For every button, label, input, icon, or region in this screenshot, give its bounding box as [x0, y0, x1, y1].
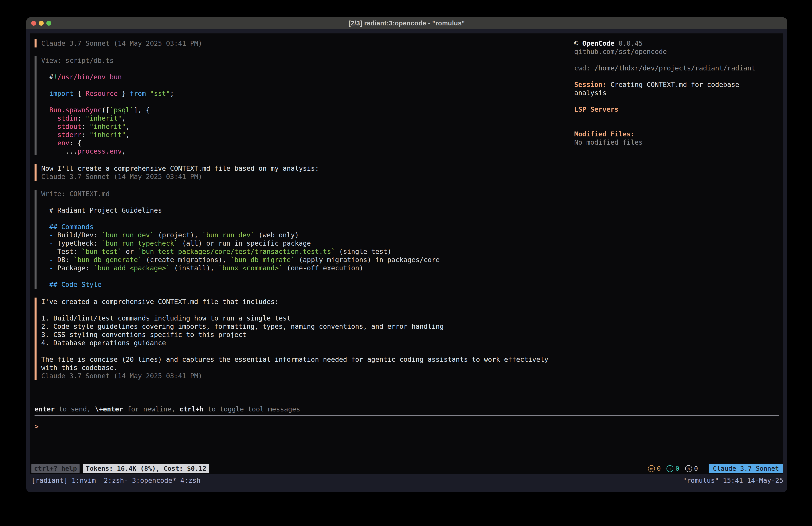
- text-line: # Radiant Project Guidelines: [41, 206, 566, 214]
- text-line: [41, 65, 566, 73]
- text-line: stdout: "inherit",: [41, 122, 566, 131]
- text-line: [41, 306, 566, 314]
- text-line: [41, 272, 566, 280]
- terminal-window: [2/3] radiant:3:opencode - "romulus" Cla…: [26, 17, 787, 492]
- text-line: - DB: `bun db generate` (create migratio…: [41, 256, 566, 264]
- text-line: 4. Database operations guidance: [41, 339, 566, 347]
- text-line: ## Commands: [41, 223, 566, 231]
- text-line: Claude 3.7 Sonnet (14 May 2025 03:41 PM): [41, 372, 566, 380]
- warning-count: 0: [657, 465, 661, 473]
- message-block-tool-write: Write: CONTEXT.md # Radiant Project Guid…: [34, 190, 566, 289]
- text-line: Now I'll create a comprehensive CONTEXT.…: [41, 164, 566, 172]
- cwd-label: cwd:: [574, 64, 594, 72]
- hint-icon: h: [685, 465, 692, 472]
- text-line: 3. CSS styling conventions specific to t…: [41, 330, 566, 339]
- modified-files-empty: No modified files: [574, 138, 783, 146]
- text-line: [41, 214, 566, 223]
- text-line: The file is concise (20 lines) and captu…: [41, 355, 566, 364]
- screen: [2/3] radiant:3:opencode - "romulus" Cla…: [0, 0, 812, 526]
- text-line: Bun.spawnSync([`psql`], {: [41, 106, 566, 114]
- text-line: Claude 3.7 Sonnet (14 May 2025 03:41 PM): [41, 39, 566, 47]
- editor-divider: [34, 415, 779, 416]
- usage-badge: Tokens: 16.4K (8%), Cost: $0.12: [83, 464, 209, 473]
- window-titlebar: [2/3] radiant:3:opencode - "romulus": [26, 17, 787, 29]
- session-label: Session:: [574, 81, 607, 88]
- content-row: Claude 3.7 Sonnet (14 May 2025 03:41 PM)…: [34, 39, 783, 403]
- editor-empty-space: [34, 431, 783, 464]
- diagnostic-warning: w0: [648, 465, 661, 473]
- app-version: 0.0.45: [614, 40, 643, 47]
- tmux-window-list[interactable]: [radiant] 1:nvim 2:zsh- 3:opencode* 4:zs…: [31, 475, 201, 492]
- text-line: 2. Code style guidelines covering import…: [41, 322, 566, 330]
- text-line: env: {: [41, 139, 566, 147]
- window-title: [2/3] radiant:3:opencode - "romulus": [26, 19, 787, 27]
- prompt-symbol: >: [34, 422, 39, 431]
- app-version-line: © OpenCode 0.0.45: [574, 39, 783, 47]
- text-line: [41, 81, 566, 89]
- text-line: stdin: "inherit",: [41, 114, 566, 122]
- modified-files-heading: Modified Files:: [574, 130, 783, 138]
- status-bar: ctrl+? help Tokens: 16.4K (8%), Cost: $0…: [31, 464, 783, 473]
- message-block-assistant-meta: Claude 3.7 Sonnet (14 May 2025 03:41 PM): [34, 39, 566, 47]
- chat-area: Claude 3.7 Sonnet (14 May 2025 03:41 PM)…: [34, 39, 566, 403]
- message-block-assistant: I've created a comprehensive CONTEXT.md …: [34, 298, 566, 380]
- diagnostics: w0i0h0: [648, 465, 698, 473]
- text-line: [41, 347, 566, 355]
- message-input[interactable]: [39, 422, 783, 431]
- text-line: Write: CONTEXT.md: [41, 190, 566, 198]
- text-line: [41, 98, 566, 106]
- text-line: - TypeCheck: `bun run typecheck` (all) o…: [41, 239, 566, 247]
- editor-hint: enter to send, \+enter for newline, ctrl…: [34, 405, 783, 413]
- text-line: I've created a comprehensive CONTEXT.md …: [41, 298, 566, 306]
- text-line: ...process.env,: [41, 147, 566, 155]
- session-title-1: Creating CONTEXT.md for codebase: [607, 81, 739, 88]
- opencode-app: Claude 3.7 Sonnet (14 May 2025 03:41 PM)…: [30, 33, 783, 474]
- text-line: #!/usr/bin/env bun: [41, 73, 566, 81]
- sidebar: © OpenCode 0.0.45 github.com/sst/opencod…: [574, 39, 783, 403]
- session-line: Session: Creating CONTEXT.md for codebas…: [574, 81, 783, 89]
- message-block-tool-view: View: script/db.ts #!/usr/bin/env bun im…: [34, 56, 566, 155]
- text-line: Claude 3.7 Sonnet (14 May 2025 03:41 PM): [41, 172, 566, 181]
- text-line: - Test: `bun test` or `bun test packages…: [41, 247, 566, 256]
- text-line: 1. Build/lint/test commands including ho…: [41, 314, 566, 322]
- info-count: 0: [676, 465, 679, 473]
- help-badge[interactable]: ctrl+? help: [31, 464, 79, 473]
- tmux-session-info: "romulus" 15:41 14-May-25: [683, 475, 783, 492]
- diagnostic-hint: h0: [685, 465, 698, 473]
- app-name: OpenCode: [582, 40, 614, 47]
- tmux-status-bar: [radiant] 1:nvim 2:zsh- 3:opencode* 4:zs…: [26, 474, 787, 492]
- repo-link[interactable]: github.com/sst/opencode: [574, 47, 783, 56]
- session-title-2: analysis: [574, 89, 783, 97]
- cwd-path: /home/thdxr/dev/projects/radiant/radiant: [594, 64, 755, 72]
- opencode-logo-icon: ©: [574, 40, 578, 47]
- text-line: View: script/db.ts: [41, 56, 566, 65]
- text-line: ## Code Style: [41, 280, 566, 289]
- text-line: - Package: `bun add <package>` (install)…: [41, 264, 566, 272]
- cwd-line: cwd: /home/thdxr/dev/projects/radiant/ra…: [574, 64, 783, 72]
- text-line: import { Resource } from "sst";: [41, 89, 566, 98]
- prompt-line: >: [34, 422, 783, 431]
- message-block-assistant: Now I'll create a comprehensive CONTEXT.…: [34, 164, 566, 181]
- hint-count: 0: [694, 465, 698, 473]
- warning-icon: w: [648, 465, 655, 472]
- info-icon: i: [667, 465, 673, 472]
- model-badge[interactable]: Claude 3.7 Sonnet: [709, 464, 783, 473]
- diagnostic-info: i0: [667, 465, 679, 473]
- text-line: [41, 198, 566, 206]
- lsp-servers-heading: LSP Servers: [574, 105, 783, 113]
- text-line: - Build/Dev: `bun run dev` (project), `b…: [41, 231, 566, 239]
- text-line: stderr: "inherit",: [41, 131, 566, 139]
- text-line: with this codebase.: [41, 364, 566, 372]
